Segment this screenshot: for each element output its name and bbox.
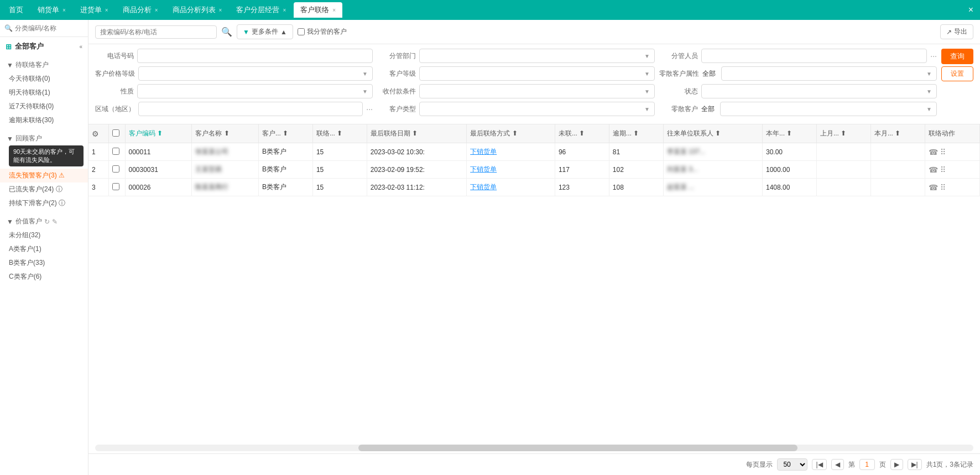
table-settings-icon[interactable]: ⚙: [92, 129, 99, 138]
row-checkbox-1[interactable]: [112, 148, 119, 155]
tab-purchase[interactable]: 进货单 ×: [74, 2, 115, 18]
sidebar-item-overdue-pending[interactable]: 逾期未联络(30): [0, 113, 88, 127]
col-last-contact-date[interactable]: 最后联络日期 ⬆: [367, 124, 466, 143]
filter-row-3: 性质 ▼ 收付款条件 ▼: [95, 84, 937, 98]
scrollbar-thumb[interactable]: [358, 445, 797, 451]
main-search-input[interactable]: [95, 25, 217, 39]
sidebar-item-a-class[interactable]: A类客户(1): [0, 242, 88, 256]
churn-group-header[interactable]: ▼ 回顾客户: [0, 132, 88, 145]
sidebar-item-c-class[interactable]: C类客户(6): [0, 270, 88, 284]
col-name[interactable]: 客户名称 ⬆: [192, 124, 259, 143]
sidebar-item-churn-warning[interactable]: 流失预警客户(3) ⚠: [0, 169, 88, 182]
tab-analysis-list[interactable]: 商品分析列表 ×: [166, 2, 229, 18]
col-this-year[interactable]: 本年... ⬆: [762, 124, 816, 143]
per-page-select[interactable]: 50 100 200: [777, 458, 807, 471]
sidebar-search-input[interactable]: [15, 24, 84, 32]
window-close-btn[interactable]: ×: [968, 5, 978, 15]
last-page-btn[interactable]: ▶|: [908, 459, 922, 470]
value-edit-icon[interactable]: ✎: [52, 218, 58, 226]
col-index: ⚙: [88, 124, 108, 143]
close-purchase-tab[interactable]: ×: [105, 7, 108, 13]
close-sales-tab[interactable]: ×: [62, 7, 66, 13]
phone-input[interactable]: [137, 49, 373, 63]
col-last-month[interactable]: 上月... ⬆: [816, 124, 870, 143]
customer-type-select[interactable]: ▼: [419, 102, 655, 116]
dept-select[interactable]: ▼: [419, 49, 655, 63]
gender-select[interactable]: ▼: [137, 84, 373, 98]
all-customers-header[interactable]: ⊞ 全部客户 «: [0, 37, 88, 56]
sidebar-item-ungrouped[interactable]: 未分组(32): [0, 228, 88, 242]
select-all-checkbox[interactable]: [112, 129, 119, 137]
price-level-label: 客户价格等级: [95, 69, 135, 79]
sidebar-item-today-pending[interactable]: 今天待联络(0): [0, 72, 88, 86]
sidebar-item-declining[interactable]: 持续下滑客户(2) ⓘ: [0, 196, 88, 210]
cell-actions: ☎ ⠿: [925, 179, 979, 196]
more-conditions-btn[interactable]: ▼ 更多条件 ▲: [237, 24, 293, 39]
value-group-header[interactable]: ▼ 价值客户 ↻ ✎: [0, 215, 88, 228]
cell-no-contact: 96: [555, 143, 609, 161]
dept-label: 分管部门: [377, 51, 416, 61]
row-action-call-icon[interactable]: ☎: [929, 148, 938, 156]
collapse-all-btn[interactable]: «: [79, 44, 82, 50]
sidebar-item-lost[interactable]: 已流失客户(24) ⓘ: [0, 182, 88, 196]
retail-attr-select[interactable]: ▼: [721, 66, 937, 81]
col-checkbox: [108, 124, 125, 143]
tab-home[interactable]: 首页: [2, 2, 30, 18]
manager-select[interactable]: [701, 49, 927, 63]
close-customer-contact-tab[interactable]: ×: [332, 7, 336, 13]
triangle-down-icon: ▼: [7, 61, 13, 69]
price-level-select[interactable]: ▼: [138, 66, 373, 81]
close-analysis-tab[interactable]: ×: [155, 7, 158, 13]
sidebar: 🔍 ⊞ 全部客户 « ▼ 待联络客户 今天待联络(0) 明天待联络(1) 近7天…: [0, 20, 88, 475]
my-customers-checkbox[interactable]: [298, 28, 305, 35]
retail-select[interactable]: ▼: [720, 102, 937, 116]
col-unit-contact[interactable]: 往来单位联系人 ⬆: [663, 124, 762, 143]
query-button[interactable]: 查询: [941, 49, 973, 64]
my-customers-checkbox-label[interactable]: 我分管的客户: [298, 27, 347, 36]
close-customer-tier-tab[interactable]: ×: [283, 7, 286, 13]
col-overdue[interactable]: 逾期... ⬆: [609, 124, 663, 143]
pending-group-header[interactable]: ▼ 待联络客户: [0, 58, 88, 72]
sidebar-item-7days-pending[interactable]: 近7天待联络(0): [0, 100, 88, 113]
triangle-down-icon3: ▼: [7, 218, 13, 226]
col-no-contact[interactable]: 未联... ⬆: [555, 124, 609, 143]
col-this-month[interactable]: 本月... ⬆: [870, 124, 925, 143]
tab-analysis[interactable]: 商品分析 ×: [116, 2, 165, 18]
sidebar-item-b-class[interactable]: B类客户(33): [0, 256, 88, 270]
region-label: 区域（地区）: [95, 105, 135, 114]
next-page-btn[interactable]: ▶: [890, 459, 903, 470]
row-checkbox-3[interactable]: [112, 183, 119, 190]
row-action-more-icon[interactable]: ⠿: [940, 183, 946, 192]
settings-button[interactable]: 设置: [941, 66, 973, 81]
tab-customer-tier[interactable]: 客户分层经营 ×: [230, 2, 293, 18]
horizontal-scrollbar[interactable]: [95, 445, 973, 451]
row-action-call-icon[interactable]: ☎: [929, 183, 938, 192]
tab-customer-contact[interactable]: 客户联络 ×: [294, 2, 342, 18]
first-page-btn[interactable]: |◀: [812, 459, 826, 470]
customer-level-select[interactable]: ▼: [419, 66, 655, 81]
col-contact[interactable]: 联络... ⬆: [312, 124, 367, 143]
col-last-contact-method[interactable]: 最后联络方式 ⬆: [467, 124, 555, 143]
row-action-more-icon[interactable]: ⠿: [940, 148, 946, 156]
cell-no-contact: 123: [555, 179, 609, 196]
cell-checkbox: [108, 179, 125, 196]
region-select[interactable]: [138, 102, 363, 116]
tab-sales[interactable]: 销货单 ×: [31, 2, 72, 18]
export-btn[interactable]: ↗ 导出: [940, 24, 973, 39]
payment-select[interactable]: ▼: [419, 84, 655, 98]
col-code[interactable]: 客户编码 ⬆: [125, 124, 192, 143]
row-checkbox-2[interactable]: [112, 165, 119, 173]
main-search-icon[interactable]: 🔍: [221, 27, 232, 37]
row-action-call-icon[interactable]: ☎: [929, 165, 938, 174]
col-type[interactable]: 客户... ⬆: [258, 124, 312, 143]
manager-label: 分管人员: [659, 51, 698, 61]
table-row: 2 00030031 王某贸易 B类客户 15 2023-02-09 19:52…: [88, 161, 980, 179]
manager-more-icon[interactable]: ···: [930, 51, 937, 60]
sidebar-item-tomorrow-pending[interactable]: 明天待联络(1): [0, 86, 88, 100]
close-analysis-list-tab[interactable]: ×: [219, 7, 222, 13]
prev-page-btn[interactable]: ◀: [831, 459, 844, 470]
region-more-icon[interactable]: ···: [366, 105, 373, 113]
value-refresh-icon[interactable]: ↻: [44, 218, 50, 226]
row-action-more-icon[interactable]: ⠿: [940, 165, 946, 174]
status-select[interactable]: ▼: [701, 84, 937, 98]
